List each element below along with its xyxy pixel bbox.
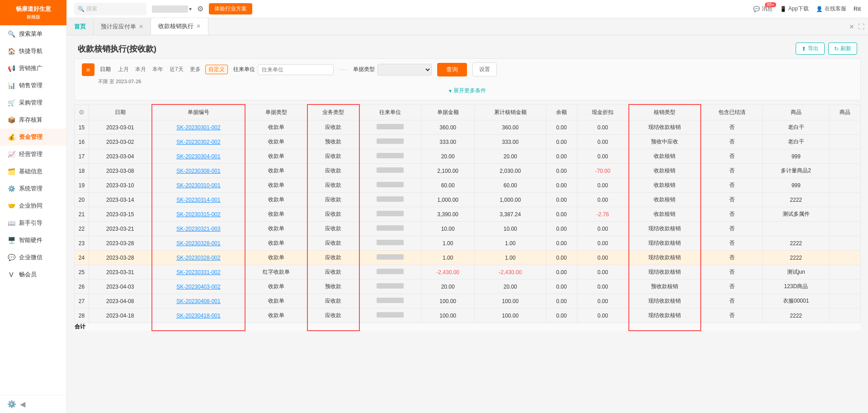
sidebar-item-purchase[interactable]: 🛒 采购管理 [0, 94, 66, 111]
filter-bar: » 日期 上月 本月 本年 近7天 更多 自定义 往来单位 ··· 单据类型 [74, 58, 861, 100]
online-service[interactable]: 👤 在线客服 [816, 5, 846, 13]
sidebar-label-member: 畅会员 [19, 271, 37, 279]
row-goods2 [830, 120, 861, 135]
row-goods1: 2222 [763, 193, 830, 207]
row-bill-no[interactable]: SK-20230328-001 [152, 236, 245, 251]
messages-badge[interactable]: 💬 消息 99+ [753, 5, 773, 13]
row-included: 否 [701, 164, 762, 178]
sidebar-label-hardware: 智能硬件 [19, 236, 42, 244]
app-logo: 畅康道好生意 标推版 [0, 0, 66, 25]
type-filter-label: 单据类型 [353, 66, 375, 73]
message-icon: 💬 [753, 6, 760, 12]
row-biz-type: 应收款 [307, 178, 359, 193]
row-bill-no[interactable]: SK-20230304-001 [152, 149, 245, 164]
date-custom[interactable]: 自定义 [205, 65, 228, 74]
expand-more-btn[interactable]: ▾ 展开更多条件 [82, 85, 853, 96]
refresh-button[interactable]: ↻ 刷新 [828, 43, 857, 55]
table-row: 24 2023-03-28 SK-20230328-002 收款单 应收款 1.… [75, 251, 861, 265]
tab-receipts-close[interactable]: ✕ [196, 23, 201, 29]
row-amount: 60.00 [421, 178, 474, 193]
row-bill-no[interactable]: SK-20230314-001 [152, 193, 245, 207]
sidebar-item-corp[interactable]: 🤝 企业协同 [0, 197, 66, 214]
table-footer-row: 合计 [75, 323, 861, 331]
sidebar-item-member[interactable]: V 畅会员 [0, 266, 66, 283]
row-write-off: 100.00 [475, 309, 546, 323]
date-this-month[interactable]: 本月 [133, 65, 148, 74]
row-amount: 100.00 [421, 294, 474, 309]
filter-toggle-button[interactable]: » [82, 63, 94, 76]
sidebar-item-wechat[interactable]: 💬 企业微信 [0, 249, 66, 266]
row-biz-type: 预收款 [307, 135, 359, 149]
sidebar-item-hardware[interactable]: 🖥️ 智能硬件 [0, 232, 66, 249]
row-bill-no[interactable]: SK-20230328-002 [152, 251, 245, 265]
unit-input[interactable] [258, 64, 334, 75]
row-bill-no[interactable]: SK-20230302-002 [152, 135, 245, 149]
expand-icon[interactable]: ⛶ [858, 23, 864, 30]
sidebar-item-search[interactable]: 🔍 搜索菜单 [0, 25, 66, 43]
row-bill-no[interactable]: SK-20230310-001 [152, 178, 245, 193]
row-no: 24 [75, 251, 89, 265]
row-bill-type: 收款单 [245, 251, 307, 265]
footer-discount [577, 323, 628, 331]
settings-button[interactable]: 设置 [472, 62, 497, 76]
row-bill-no[interactable]: SK-20230301-002 [152, 120, 245, 135]
sidebar-label-quick: 快捷导航 [19, 47, 42, 55]
col-bill-type: 单据类型 [245, 104, 307, 120]
col-wo-type: 核销类型 [629, 104, 701, 120]
date-this-year[interactable]: 本年 [151, 65, 165, 74]
settings-icon[interactable]: ⚙️ [7, 400, 16, 408]
sidebar-icon-finance: 💰 [7, 133, 15, 141]
close-window-icon[interactable]: ✕ [849, 23, 854, 30]
page-header: 收款核销执行(按收款) ⬆ 导出 ↻ 刷新 [67, 35, 868, 58]
date-last-month[interactable]: 上月 [116, 65, 131, 74]
row-unit [359, 149, 421, 164]
sidebar-item-guide[interactable]: 📖 新手引导 [0, 214, 66, 232]
col-gear[interactable]: ⚙ [75, 104, 89, 120]
row-biz-type: 应收款 [307, 120, 359, 135]
gear-icon[interactable]: ⚙ [197, 5, 203, 13]
row-amount: 360.00 [421, 120, 474, 135]
sidebar-item-basic[interactable]: 🗂️ 基础信息 [0, 163, 66, 180]
solution-button[interactable]: 体验行业方案 [209, 3, 252, 14]
row-bill-no[interactable]: SK-20230331-002 [152, 265, 245, 280]
query-button[interactable]: 查询 [437, 63, 467, 76]
tab-prepay-close[interactable]: ✕ [139, 24, 143, 30]
sidebar-item-system[interactable]: ⚙️ 系统管理 [0, 180, 66, 197]
col-biz-type: 业务类型 [307, 104, 359, 120]
tab-home-label: 首页 [74, 23, 86, 31]
footer-biz-type [307, 323, 359, 331]
sidebar-item-marketing[interactable]: 📢 营销推广 [0, 60, 66, 77]
row-goods1: 2222 [763, 251, 830, 265]
row-bill-no[interactable]: SK-20230403-002 [152, 280, 245, 294]
type-select[interactable] [377, 64, 432, 76]
export-button[interactable]: ⬆ 导出 [796, 43, 825, 55]
collapse-icon[interactable]: ◀ [20, 400, 25, 408]
row-bill-type: 收款单 [245, 309, 307, 323]
row-bill-no[interactable]: SK-20230308-001 [152, 164, 245, 178]
sidebar-item-sales[interactable]: 📊 销售管理 [0, 77, 66, 94]
sidebar-item-inventory[interactable]: 📦 库存核算 [0, 111, 66, 128]
tab-receipts[interactable]: 收款核销执行 ✕ [151, 18, 208, 35]
row-bill-no[interactable]: SK-20230408-001 [152, 294, 245, 309]
sidebar-item-operation[interactable]: 📈 经营管理 [0, 146, 66, 163]
row-bill-no[interactable]: SK-20230321-003 [152, 222, 245, 236]
row-included: 否 [701, 149, 762, 164]
table-row: 17 2023-03-04 SK-20230304-001 收款单 应收款 20… [75, 149, 861, 164]
row-bill-no[interactable]: SK-20230418-001 [152, 309, 245, 323]
date-last-7days[interactable]: 近7天 [168, 65, 185, 74]
search-box[interactable]: 🔍 搜索 [74, 3, 146, 15]
col-write-off: 累计核销金额 [475, 104, 546, 120]
row-bill-no[interactable]: SK-20230315-002 [152, 207, 245, 222]
date-more[interactable]: 更多 [188, 65, 203, 74]
row-biz-type: 应收款 [307, 309, 359, 323]
sidebar-item-quick[interactable]: 🏠 快捷导航 [0, 43, 66, 60]
app-download[interactable]: 📱 App下载 [780, 5, 809, 13]
row-included: 否 [701, 280, 762, 294]
tab-prepay-label: 预计应应付单 [101, 23, 136, 31]
sidebar-item-finance[interactable]: 💰 资金管理 [0, 128, 66, 146]
tab-home[interactable]: 首页 [67, 18, 94, 35]
dropdown-selector[interactable]: ▾ [152, 5, 192, 13]
sidebar-icon-system: ⚙️ [7, 185, 15, 193]
row-wo-type: 收款核销 [629, 178, 701, 193]
tab-prepay[interactable]: 预计应应付单 ✕ [94, 18, 151, 35]
